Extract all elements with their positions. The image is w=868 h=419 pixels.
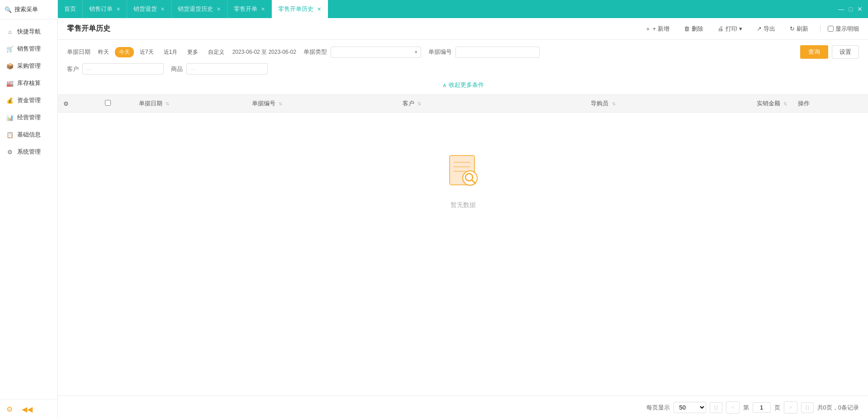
settings-footer-icon[interactable]: ⚙: [6, 405, 13, 414]
tab-sales-order[interactable]: 销售订单 ✕: [83, 0, 127, 18]
tab-sales-return-label: 销货退货: [133, 5, 157, 13]
sidebar-item-inventory[interactable]: 🏭 库存核算: [0, 75, 57, 92]
add-button[interactable]: ＋ + 新增: [640, 23, 674, 35]
sort-guide-icon[interactable]: ⇅: [612, 101, 616, 106]
refresh-button[interactable]: ↻ 刷新: [785, 23, 813, 35]
date-range-text: 2023-06-02 至 2023-06-02: [232, 48, 296, 56]
page-label: 第: [743, 404, 749, 412]
sidebar-item-operations[interactable]: 📊 经营管理: [0, 109, 57, 126]
filter-area: 单据日期 昨天 今天 近7天 近1月 更多 自定义 2023-06-02 至 2…: [58, 40, 868, 95]
date-btn-more[interactable]: 更多: [183, 47, 202, 57]
empty-row: 暂无数据: [58, 113, 868, 246]
box-icon: 📦: [6, 62, 14, 70]
sidebar-item-sales-mgmt[interactable]: 🛒 销售管理: [0, 40, 57, 57]
customer-filter: 客户 ···: [67, 63, 164, 75]
show-detail-checkbox[interactable]: [828, 26, 834, 32]
print-icon: 🖨: [718, 25, 724, 32]
print-dropdown-icon: ▾: [739, 25, 742, 32]
sidebar-nav: ⌂ 快捷导航 🛒 销售管理 📦 采购管理 🏭 库存核算 💰 资金管理 📊 经营管…: [0, 19, 57, 399]
sidebar: 🔍 搜索采单 ⌂ 快捷导航 🛒 销售管理 📦 采购管理 🏭 库存核算 💰 资金管…: [0, 0, 58, 419]
toolbar: ＋ + 新增 🗑 删除 🖨 打印 ▾ ↗ 导出 ↻: [640, 23, 859, 35]
th-customer: 客户 ⇅: [397, 95, 586, 113]
order-no-input[interactable]: [455, 47, 540, 58]
tab-sales-return-close[interactable]: ✕: [161, 6, 165, 12]
date-btn-custom[interactable]: 自定义: [204, 47, 228, 57]
first-page-btn[interactable]: ⟨⟨: [710, 402, 722, 413]
tab-retail-open[interactable]: 零售开单 ✕: [228, 0, 272, 18]
date-btn-yesterday[interactable]: 昨天: [94, 47, 113, 57]
tab-sales-return-history[interactable]: 销货退货历史 ✕: [171, 0, 228, 18]
sidebar-item-purchase-mgmt[interactable]: 📦 采购管理: [0, 57, 57, 75]
print-button[interactable]: 🖨 打印 ▾: [713, 23, 747, 35]
order-no-filter: 单据编号: [428, 47, 540, 58]
sort-customer-icon[interactable]: ⇅: [417, 101, 421, 106]
data-table: ⚙ 单据日期 ⇅ 单据编号 ⇅: [58, 95, 868, 245]
select-all-checkbox[interactable]: [105, 100, 111, 106]
delete-button[interactable]: 🗑 删除: [679, 23, 708, 35]
system-icon: ⚙: [6, 148, 14, 155]
delete-icon: 🗑: [684, 25, 690, 32]
window-close-icon[interactable]: ✕: [857, 5, 863, 13]
sidebar-item-quick-nav[interactable]: ⌂ 快捷导航: [0, 23, 57, 40]
th-operation: 操作: [792, 95, 868, 113]
tab-sales-order-label: 销售订单: [89, 5, 113, 13]
customer-input[interactable]: ···: [82, 63, 164, 75]
sidebar-item-base-info[interactable]: 📋 基础信息: [0, 126, 57, 143]
column-settings-icon[interactable]: ⚙: [63, 100, 69, 107]
collapse-button[interactable]: ∧ 收起更多条件: [442, 79, 484, 91]
date-btn-today[interactable]: 今天: [115, 47, 134, 57]
tab-retail-open-close[interactable]: ✕: [261, 6, 265, 12]
warehouse-icon: 🏭: [6, 80, 14, 87]
th-no: 单据编号 ⇅: [247, 95, 397, 113]
tab-home-label: 首页: [64, 5, 76, 13]
sidebar-item-finance[interactable]: 💰 资金管理: [0, 92, 57, 109]
window-minimize-icon[interactable]: —: [838, 5, 844, 13]
search-label: 搜索采单: [14, 5, 38, 14]
window-maximize-icon[interactable]: □: [849, 5, 853, 13]
last-page-btn[interactable]: ⟩⟩: [801, 402, 814, 413]
empty-illustration: [441, 149, 486, 194]
customer-label: 客户: [67, 65, 79, 73]
prev-page-btn[interactable]: ＜: [726, 401, 740, 414]
sort-no-icon[interactable]: ⇅: [279, 101, 282, 106]
product-input[interactable]: ···: [186, 63, 268, 75]
per-page-label: 每页显示: [646, 404, 670, 412]
sort-amount-icon[interactable]: ⇅: [783, 101, 787, 106]
date-btn-last7[interactable]: 近7天: [136, 47, 158, 57]
product-label: 商品: [171, 65, 183, 73]
home-icon: ⌂: [6, 28, 14, 35]
export-button[interactable]: ↗ 导出: [752, 23, 780, 35]
page-number-input[interactable]: [753, 402, 771, 413]
order-type-select[interactable]: [331, 47, 421, 58]
page-content: 零售开单历史 ＋ + 新增 🗑 删除 🖨 打印 ▾ ↗ 导出: [58, 18, 868, 419]
show-detail-label[interactable]: 显示明细: [828, 25, 859, 33]
page-size-select[interactable]: 50 10 20 100: [674, 402, 706, 413]
tab-home[interactable]: 首页: [58, 0, 83, 18]
query-button[interactable]: 查询: [800, 45, 828, 59]
order-type-select-wrapper: [331, 47, 421, 58]
date-btn-last-month[interactable]: 近1月: [160, 47, 182, 57]
refresh-icon: ↻: [790, 25, 795, 32]
page-total: 共0页，0条记录: [817, 404, 859, 412]
tab-sales-return[interactable]: 销货退货 ✕: [127, 0, 171, 18]
product-filter: 商品 ···: [171, 63, 268, 75]
pagination: 每页显示 50 10 20 100 ⟨⟨ ＜ 第 页 ＞ ⟩⟩ 共0页，0条记录: [58, 395, 868, 419]
finance-icon: 💰: [6, 97, 14, 104]
tab-retail-history[interactable]: 零售开单历史 ✕: [272, 0, 328, 18]
sidebar-item-system-mgmt[interactable]: ⚙ 系统管理: [0, 143, 57, 160]
tab-bar-right: — □ ✕: [838, 5, 868, 13]
next-page-btn[interactable]: ＞: [784, 401, 797, 414]
collapse-icon: ∧: [442, 82, 447, 89]
nav-label: 资金管理: [17, 96, 41, 104]
sidebar-footer: ⚙ ◀◀: [0, 399, 57, 419]
empty-state: 暂无数据: [58, 113, 868, 245]
order-no-label: 单据编号: [428, 48, 452, 56]
tab-sales-order-close[interactable]: ✕: [116, 6, 120, 12]
search-menu-btn[interactable]: 🔍 搜索采单: [0, 0, 57, 19]
sort-date-icon[interactable]: ⇅: [166, 101, 169, 106]
tab-retail-history-label: 零售开单历史: [278, 5, 313, 13]
collapse-sidebar-icon[interactable]: ◀◀: [22, 405, 33, 414]
setting-button[interactable]: 设置: [832, 45, 859, 59]
tab-sales-return-history-close[interactable]: ✕: [217, 6, 221, 12]
tab-retail-history-close[interactable]: ✕: [317, 6, 321, 12]
